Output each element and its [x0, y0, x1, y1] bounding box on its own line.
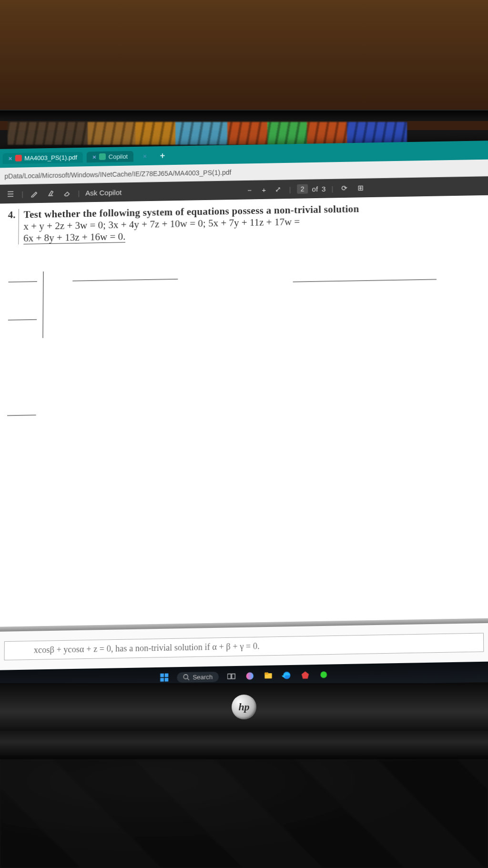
erase-icon[interactable] — [61, 188, 72, 198]
svg-rect-1 — [165, 673, 169, 677]
separator: | — [78, 189, 80, 197]
edge-icon[interactable] — [281, 669, 293, 681]
new-tab-button[interactable]: + — [156, 151, 169, 161]
tab-pdf[interactable]: × MA4003_PS(1).pdf — [3, 151, 83, 164]
zoom-out-button[interactable]: − — [244, 185, 255, 195]
svg-rect-5 — [227, 674, 231, 679]
svg-rect-6 — [232, 674, 235, 678]
taskbar-search[interactable]: Search — [177, 671, 219, 682]
rule-mark — [42, 310, 43, 338]
tab-copilot-title: Copilot — [109, 153, 128, 161]
pdf-page-question-bottom: xcosβ + ycosα + z = 0, has a non-trivial… — [4, 633, 484, 660]
rotate-button[interactable]: ⟳ — [339, 183, 349, 193]
tab-close-icon[interactable]: × — [9, 155, 12, 162]
question-body: Test whether the following system of equ… — [23, 201, 480, 244]
separator: | — [331, 184, 333, 192]
tab-pdf-title: MA4003_PS(1).pdf — [24, 153, 77, 161]
tab-close-icon[interactable]: × — [92, 153, 96, 161]
question-4: 4. Test whether the following system of … — [8, 201, 480, 244]
pdf-favicon-icon — [15, 155, 21, 161]
brand-text: hp — [238, 701, 249, 713]
rule-mark — [9, 281, 37, 283]
desk-background — [0, 0, 488, 110]
app-icon-green[interactable] — [318, 669, 330, 681]
screen-perspective-wrap: × MA4003_PS(1).pdf × Copilot × + pData/L… — [0, 145, 488, 868]
rule-mark — [43, 272, 44, 310]
hp-logo-icon: hp — [232, 695, 256, 719]
rule-mark — [72, 279, 178, 282]
copilot-favicon-icon — [99, 153, 106, 160]
rule-mark — [293, 279, 437, 282]
page-sep-label: of — [312, 185, 318, 193]
pdf-viewport[interactable]: 4. Test whether the following system of … — [0, 195, 488, 670]
blank-workspace — [0, 245, 488, 627]
windows-start-icon[interactable] — [159, 672, 171, 684]
page-current-input[interactable]: 2 — [297, 184, 308, 194]
laptop-base — [0, 731, 488, 759]
zoom-in-button[interactable]: + — [259, 184, 269, 195]
taskview-icon[interactable] — [225, 670, 237, 682]
ask-copilot-button[interactable]: Ask Copilot — [85, 188, 122, 197]
page-total-label: 3 — [322, 184, 325, 192]
page-group: 2 of 3 — [297, 184, 326, 194]
question-eq-line2: 6x + 8y + 13z + 16w = 0. — [23, 231, 126, 244]
explorer-icon[interactable] — [262, 670, 274, 682]
laptop-bottom-bezel: hp — [0, 683, 488, 731]
keyboard-reflection — [8, 121, 407, 145]
svg-rect-9 — [264, 672, 268, 674]
svg-point-11 — [320, 671, 327, 678]
app-icon-red[interactable] — [299, 669, 311, 681]
photo-scene: × MA4003_PS(1).pdf × Copilot × + pData/L… — [0, 0, 488, 868]
bottom-question-text: xcosβ + ycosα + z = 0, has a non-trivial… — [34, 641, 260, 655]
svg-point-7 — [246, 672, 253, 680]
laptop-top-bezel — [0, 110, 488, 121]
zoom-group: − + ⤢ — [244, 184, 284, 195]
tab-spacer: × — [137, 151, 152, 161]
svg-rect-3 — [165, 678, 169, 682]
page-view-button[interactable]: ⊞ — [355, 183, 366, 193]
laptop-screen: × MA4003_PS(1).pdf × Copilot × + pData/L… — [0, 141, 488, 691]
rule-mark — [8, 414, 37, 416]
rule-mark — [8, 319, 37, 321]
separator: | — [289, 185, 291, 193]
fit-page-button[interactable]: ⤢ — [273, 184, 284, 195]
taskbar-search-placeholder: Search — [193, 673, 213, 681]
svg-rect-2 — [161, 678, 164, 682]
copilot-icon[interactable] — [244, 670, 255, 682]
pdf-page-question4: 4. Test whether the following system of … — [0, 195, 488, 253]
tab-close-icon[interactable]: × — [143, 152, 147, 160]
url-text: pData/Local/Microsoft/Windows/INetCache/… — [4, 168, 231, 180]
draw-icon[interactable] — [29, 188, 40, 199]
question-number: 4. — [8, 209, 19, 245]
tab-copilot[interactable]: × Copilot — [87, 151, 133, 162]
toc-icon[interactable] — [5, 189, 16, 199]
svg-point-4 — [184, 675, 188, 679]
table-foreground — [0, 759, 488, 868]
svg-rect-0 — [161, 674, 164, 677]
highlight-icon[interactable] — [45, 188, 56, 199]
separator: | — [21, 190, 23, 198]
